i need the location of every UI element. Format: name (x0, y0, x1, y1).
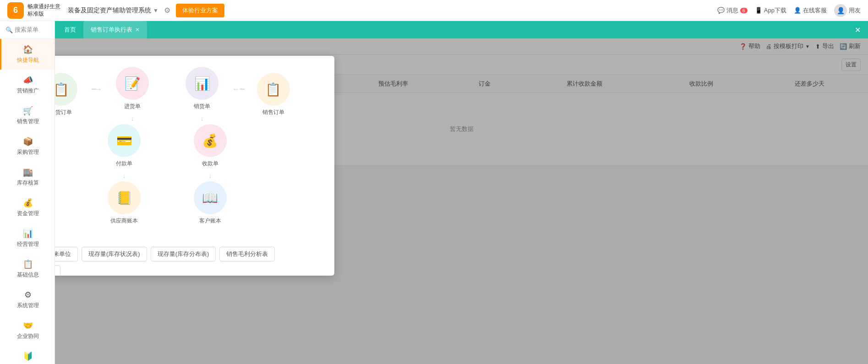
avatar: 👤 (834, 4, 847, 17)
inventory-icon: 🏬 (23, 167, 33, 177)
node-customer-ledger[interactable]: 📖 (194, 181, 227, 214)
func-buttons-row1: 商品 往来单位 现存量(库存状况表) 现存量(库存分布表) 销售毛利分析表 商品… (55, 247, 323, 276)
tab-bar-close[interactable]: ✕ (855, 26, 866, 34)
node-sales-order[interactable]: 📋 (257, 73, 290, 106)
search-icon: 🔍 (5, 27, 13, 33)
modal-overlay: 📋 进货订单 - - - → (55, 38, 868, 364)
sidebar-item-enterprise[interactable]: 🤝 企业协同 (0, 315, 55, 346)
guide-icon: 🔰 (23, 351, 33, 361)
user-menu[interactable]: 👤 用友 (834, 4, 861, 17)
search-menu[interactable]: 🔍 搜索菜单 (0, 21, 55, 39)
message-badge: 6 (740, 8, 748, 13)
sidebar-item-guide[interactable]: 🔰 新手引导 (0, 346, 55, 364)
tab-bar: 首页 销售订单执行表 ✕ ✕ (55, 21, 868, 38)
node-purchase-order[interactable]: 📋 (55, 73, 77, 106)
app-download-button[interactable]: 📱 App下载 (755, 6, 786, 15)
sidebar-item-system[interactable]: ⚙ 系统管理 (0, 284, 55, 315)
trial-button[interactable]: 体验行业方案 (176, 4, 224, 17)
common-functions: 常用功能 商品 往来单位 现存量(库存状况表) 现存量(库存分布表) 销售毛利分… (55, 234, 323, 276)
tab-close-icon[interactable]: ✕ (135, 27, 140, 33)
enterprise-icon: 🤝 (23, 321, 33, 331)
online-service-button[interactable]: 👤 在线客服 (794, 6, 827, 15)
service-icon: 👤 (794, 7, 801, 14)
sidebar-item-sales[interactable]: 🛒 销售管理 (0, 100, 55, 131)
download-icon: 📱 (755, 7, 762, 14)
page-content: ❓ 帮助 🖨 按模板打印 ▼ ⬆ 导出 🔄 刷新 (55, 38, 868, 364)
sidebar-item-basic-info[interactable]: 📋 基础信息 (0, 254, 55, 284)
sidebar-item-quick-nav[interactable]: 🏠 快捷导航 (0, 39, 55, 70)
node-customer-ledger-label: 客户账本 (199, 217, 221, 225)
node-sales-bill[interactable]: 📊 (186, 67, 218, 100)
sales-icon: 🛒 (23, 106, 33, 116)
node-supplier-ledger-label: 供应商账本 (110, 217, 138, 225)
func-sales-profit-analysis[interactable]: 销售毛利分析表 (219, 247, 275, 261)
node-purchase-bill[interactable]: 📝 (116, 67, 149, 100)
node-purchase-order-label: 进货订单 (55, 109, 72, 116)
node-payment[interactable]: 💳 (108, 124, 141, 157)
settings-icon[interactable]: ⚙ (164, 6, 170, 15)
message-icon: 💬 (717, 7, 725, 14)
sidebar-item-purchase[interactable]: 📦 采购管理 (0, 131, 55, 162)
func-partners[interactable]: 往来单位 (55, 247, 78, 261)
sidebar-item-operations[interactable]: 📊 经营管理 (0, 223, 55, 254)
system-title: 装备及固定资产辅助管理系统 (68, 6, 151, 15)
node-purchase-bill-label: 进货单 (124, 103, 141, 110)
node-receipt[interactable]: 💰 (194, 124, 227, 157)
node-supplier-ledger[interactable]: 📒 (108, 181, 141, 214)
sidebar-item-inventory[interactable]: 🏬 库存核算 (0, 162, 55, 192)
tab-home[interactable]: 首页 (57, 21, 83, 38)
marketing-icon: 📣 (23, 75, 33, 85)
node-sales-order-label: 销售订单 (262, 109, 284, 116)
logo-area: 6 畅康通好生意 标准版 (7, 2, 62, 19)
system-title-area: 装备及固定资产辅助管理系统 ▼ (68, 6, 158, 15)
basic-info-icon: 📋 (23, 259, 33, 269)
finance-icon: 💰 (23, 198, 33, 208)
tab-sales-order[interactable]: 销售订单执行表 ✕ (83, 21, 147, 38)
header-right: 💬 消息 6 📱 App下载 👤 在线客服 👤 用友 (717, 4, 861, 17)
message-button[interactable]: 💬 消息 6 (717, 6, 748, 15)
sidebar-item-marketing[interactable]: 📣 营销推广 (0, 70, 55, 100)
sidebar-item-finance[interactable]: 💰 资金管理 (0, 192, 55, 223)
node-sales-bill-label: 销货单 (194, 103, 210, 110)
func-goods-profit-analysis[interactable]: 商品毛利分析 (55, 265, 60, 276)
node-receipt-label: 收款单 (202, 160, 218, 168)
func-stock-dist[interactable]: 现存量(库存分布表) (151, 247, 216, 261)
logo-text: 畅康通好生意 标准版 (27, 3, 60, 17)
system-icon: ⚙ (24, 290, 32, 300)
modal-box: 📋 进货订单 - - - → (55, 56, 334, 276)
func-stock-status[interactable]: 现存量(库存状况表) (82, 247, 147, 261)
logo-icon: 6 (7, 2, 24, 19)
common-functions-title: 常用功能 (55, 234, 323, 242)
right-area: 首页 销售订单执行表 ✕ ✕ ❓ 帮助 🖨 按 (55, 21, 868, 364)
quick-nav-icon: 🏠 (23, 44, 33, 54)
purchase-icon: 📦 (23, 136, 33, 147)
sidebar: 🔍 搜索菜单 🏠 快捷导航 📣 营销推广 🛒 销售管理 📦 采购管理 🏬 (0, 21, 55, 364)
dropdown-icon[interactable]: ▼ (153, 7, 158, 14)
operations-icon: 📊 (23, 228, 33, 239)
node-payment-label: 付款单 (116, 160, 132, 168)
